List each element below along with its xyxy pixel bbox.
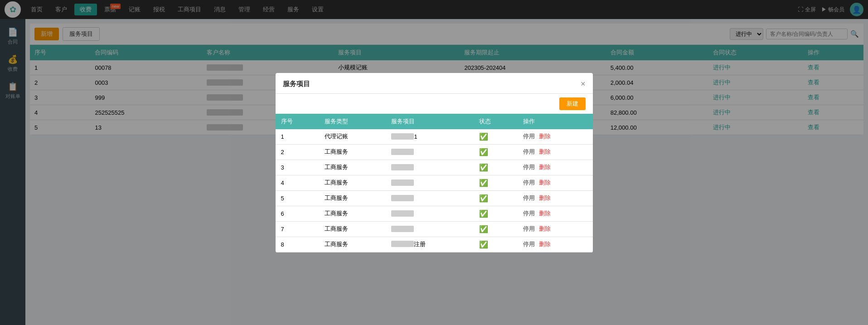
stop-button[interactable]: 停用 [523, 148, 535, 155]
stop-button[interactable]: 停用 [523, 179, 535, 186]
modal-cell-action: 停用 删除 [518, 237, 593, 252]
modal-cell-action: 停用 删除 [518, 175, 593, 190]
modal-table-row: 1 代理记账 1 ✅ 停用 删除 [276, 129, 593, 145]
modal-table-row: 2 工商服务 ✅ 停用 删除 [276, 144, 593, 160]
modal-cell-project [386, 190, 474, 206]
modal-table-row: 7 工商服务 ✅ 停用 删除 [276, 221, 593, 237]
modal-cell-type: 工商服务 [319, 190, 386, 206]
modal-table-row: 3 工商服务 ✅ 停用 删除 [276, 160, 593, 175]
status-check-icon: ✅ [479, 241, 488, 248]
modal-cell-status: ✅ [474, 206, 518, 221]
delete-button[interactable]: 删除 [539, 225, 551, 232]
modal-col-project: 服务项目 [386, 114, 474, 129]
modal-col-action: 操作 [518, 114, 593, 129]
modal-cell-seq: 6 [276, 206, 320, 221]
status-check-icon: ✅ [479, 179, 488, 187]
modal-cell-action: 停用 删除 [518, 144, 593, 160]
modal-cell-status: ✅ [474, 221, 518, 237]
modal-col-status: 状态 [474, 114, 518, 129]
modal-cell-status: ✅ [474, 144, 518, 160]
modal-cell-status: ✅ [474, 190, 518, 206]
modal-cell-type: 工商服务 [319, 206, 386, 221]
delete-button[interactable]: 删除 [539, 148, 551, 155]
status-check-icon: ✅ [479, 210, 488, 218]
modal-table-row: 6 工商服务 ✅ 停用 删除 [276, 206, 593, 221]
status-check-icon: ✅ [479, 225, 488, 233]
modal-cell-type: 工商服务 [319, 144, 386, 160]
modal-col-seq: 序号 [276, 114, 320, 129]
modal-cell-type: 工商服务 [319, 175, 386, 190]
modal-body: 序号 服务类型 服务项目 状态 操作 1 代理记账 1 ✅ 停用 删除 2 工商… [276, 114, 593, 252]
modal-cell-type: 工商服务 [319, 160, 386, 175]
stop-button[interactable]: 停用 [523, 194, 535, 201]
modal-cell-action: 停用 删除 [518, 221, 593, 237]
modal-col-type: 服务类型 [319, 114, 386, 129]
modal-cell-seq: 4 [276, 175, 320, 190]
stop-button[interactable]: 停用 [523, 241, 535, 247]
delete-button[interactable]: 删除 [539, 133, 551, 140]
modal-cell-action: 停用 删除 [518, 129, 593, 145]
delete-button[interactable]: 删除 [539, 241, 551, 247]
modal-table-row: 8 工商服务 注册 ✅ 停用 删除 [276, 237, 593, 252]
modal-table-row: 5 工商服务 ✅ 停用 删除 [276, 190, 593, 206]
modal-cell-project [386, 160, 474, 175]
modal-cell-project: 1 [386, 129, 474, 145]
modal-new-button[interactable]: 新建 [559, 97, 586, 110]
modal-title: 服务项目 [283, 80, 310, 88]
status-check-icon: ✅ [479, 164, 488, 171]
modal-cell-project [386, 144, 474, 160]
modal-cell-seq: 2 [276, 144, 320, 160]
modal-cell-seq: 7 [276, 221, 320, 237]
modal-overlay[interactable]: 服务项目 × 新建 序号 服务类型 服务项目 状态 操作 1 代理记账 [0, 0, 868, 325]
delete-button[interactable]: 删除 [539, 179, 551, 186]
modal-cell-action: 停用 删除 [518, 160, 593, 175]
modal-cell-action: 停用 删除 [518, 190, 593, 206]
stop-button[interactable]: 停用 [523, 225, 535, 232]
modal-cell-project [386, 175, 474, 190]
delete-button[interactable]: 删除 [539, 210, 551, 217]
modal-close-button[interactable]: × [581, 79, 586, 89]
modal-cell-seq: 8 [276, 237, 320, 252]
status-check-icon: ✅ [479, 148, 488, 156]
modal-cell-project: 注册 [386, 237, 474, 252]
delete-button[interactable]: 删除 [539, 194, 551, 201]
modal-cell-status: ✅ [474, 160, 518, 175]
modal-cell-project [386, 221, 474, 237]
modal-cell-type: 工商服务 [319, 237, 386, 252]
delete-button[interactable]: 删除 [539, 164, 551, 170]
modal-cell-status: ✅ [474, 129, 518, 145]
modal-cell-project [386, 206, 474, 221]
stop-button[interactable]: 停用 [523, 164, 535, 170]
modal-cell-status: ✅ [474, 175, 518, 190]
modal-toolbar: 新建 [276, 94, 593, 114]
status-check-icon: ✅ [479, 194, 488, 202]
service-modal: 服务项目 × 新建 序号 服务类型 服务项目 状态 操作 1 代理记账 [276, 73, 593, 252]
stop-button[interactable]: 停用 [523, 133, 535, 140]
modal-cell-seq: 5 [276, 190, 320, 206]
modal-cell-action: 停用 删除 [518, 206, 593, 221]
modal-cell-type: 代理记账 [319, 129, 386, 145]
modal-table-row: 4 工商服务 ✅ 停用 删除 [276, 175, 593, 190]
modal-header: 服务项目 × [276, 73, 593, 94]
modal-cell-seq: 3 [276, 160, 320, 175]
stop-button[interactable]: 停用 [523, 210, 535, 217]
modal-cell-seq: 1 [276, 129, 320, 145]
status-check-icon: ✅ [479, 133, 488, 141]
modal-cell-type: 工商服务 [319, 221, 386, 237]
modal-cell-status: ✅ [474, 237, 518, 252]
service-table: 序号 服务类型 服务项目 状态 操作 1 代理记账 1 ✅ 停用 删除 2 工商… [276, 114, 593, 252]
